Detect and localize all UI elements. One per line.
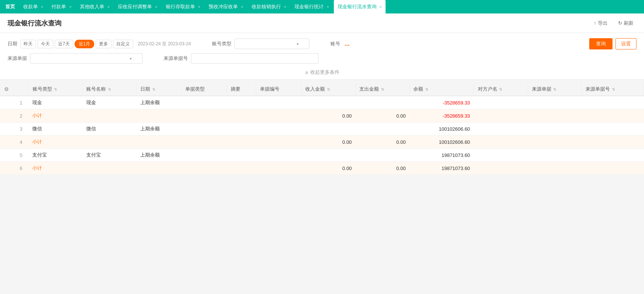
cell-doc-no bbox=[256, 122, 302, 136]
cell-date: 上期余额 bbox=[137, 122, 182, 136]
table-body: 1现金现金上期余额-3528659.332小计0.000.00-3528659.… bbox=[0, 96, 644, 175]
th-income-label: 收入金额 bbox=[305, 86, 325, 92]
date-btn-custom[interactable]: 自定义 bbox=[113, 40, 133, 48]
cell-balance: 100102606.60 bbox=[410, 136, 474, 149]
table-row: 1现金现金上期余额-3528659.33 bbox=[0, 96, 644, 109]
refresh-icon: ↻ bbox=[618, 20, 622, 26]
table-row: 4小计0.000.00100102606.60 bbox=[0, 136, 644, 149]
th-account-type[interactable]: 账号类型 ⇅ bbox=[29, 83, 83, 96]
nav-item-payments[interactable]: 付款单 × bbox=[48, 0, 75, 13]
nav-cash-bank-stats-close[interactable]: × bbox=[327, 4, 329, 9]
cell-summary bbox=[227, 136, 256, 149]
cell-source-doc bbox=[528, 122, 582, 136]
date-btn-1month[interactable]: 近1月 bbox=[75, 40, 95, 48]
date-btn-more[interactable]: 更多 bbox=[96, 40, 111, 48]
nav-cash-bank-flow-close[interactable]: × bbox=[380, 4, 382, 9]
nav-collection-exec-close[interactable]: × bbox=[284, 4, 286, 9]
th-account-name[interactable]: 账号名称 ⇅ bbox=[83, 83, 137, 96]
source-doc-no-input[interactable] bbox=[191, 53, 318, 64]
nav-cash-bank-stats-label: 现金银行统计 bbox=[294, 3, 324, 10]
source-doc-filter-group: 来源单据 ▾ bbox=[8, 53, 143, 64]
cell-date bbox=[137, 136, 182, 149]
cell-income bbox=[302, 149, 356, 162]
export-button[interactable]: ↑ 导出 bbox=[591, 18, 611, 28]
cell-doc-no bbox=[256, 109, 302, 122]
nav-item-bank-deposit[interactable]: 银行存取款单 × bbox=[162, 0, 204, 13]
nav-other-income-close[interactable]: × bbox=[107, 4, 110, 9]
cell-summary bbox=[227, 96, 256, 109]
nav-advance-offset-close[interactable]: × bbox=[241, 4, 243, 9]
cell-account-name bbox=[83, 162, 137, 175]
cell-doc-no bbox=[256, 162, 302, 175]
th-summary[interactable]: 摘要 bbox=[227, 83, 256, 96]
cell-source-doc bbox=[528, 136, 582, 149]
th-date[interactable]: 日期 ⇅ bbox=[137, 83, 182, 96]
cell-summary bbox=[227, 122, 256, 136]
nav-item-ar-ap-adjust[interactable]: 应收应付调整单 × bbox=[114, 0, 161, 13]
source-doc-select[interactable]: ▾ bbox=[30, 53, 143, 64]
nav-ar-ap-adjust-label: 应收应付调整单 bbox=[118, 3, 152, 10]
account-type-select[interactable]: ▾ bbox=[234, 39, 309, 49]
cell-doc-type bbox=[181, 96, 227, 109]
th-settings[interactable]: ⚙ bbox=[0, 83, 14, 96]
th-account-name-sort: ⇅ bbox=[108, 87, 111, 91]
th-num bbox=[14, 83, 29, 96]
date-btn-7days[interactable]: 近7天 bbox=[55, 40, 73, 48]
nav-cash-bank-flow-label: 现金银行流水查询 bbox=[338, 3, 377, 10]
top-navigation: 首页 收款单 × 付款单 × 其他收入单 × 应收应付调整单 × 银行存取款单 … bbox=[0, 0, 644, 13]
th-doc-type[interactable]: 单据类型 bbox=[181, 83, 227, 96]
cell-date: 上期余额 bbox=[137, 96, 182, 109]
nav-item-cash-bank-stats[interactable]: 现金银行统计 × bbox=[291, 0, 333, 13]
flow-table: ⚙ 账号类型 ⇅ 账号名称 ⇅ 日期 ⇅ 单据类型 bbox=[0, 83, 644, 175]
th-counterparty[interactable]: 对方户名 ⇅ bbox=[474, 83, 528, 96]
cell-expense bbox=[356, 149, 410, 162]
nav-ar-ap-adjust-close[interactable]: × bbox=[155, 4, 157, 9]
cell-account-name bbox=[83, 136, 137, 149]
date-btn-yesterday[interactable]: 昨天 bbox=[20, 40, 36, 48]
account-dots[interactable]: ... bbox=[343, 40, 351, 47]
cell-doc-no bbox=[256, 149, 302, 162]
nav-payments-close[interactable]: × bbox=[69, 4, 71, 9]
row-num: 5 bbox=[14, 149, 29, 162]
settings-button[interactable]: 设置 bbox=[615, 38, 636, 49]
th-expense[interactable]: 支出金额 ⇅ bbox=[356, 83, 410, 96]
collapse-bar[interactable]: ∧ 收起更多条件 bbox=[8, 67, 636, 76]
cell-account-type: 支付宝 bbox=[29, 149, 83, 162]
th-source-doc-no-sort: ⇅ bbox=[612, 87, 615, 91]
th-date-label: 日期 bbox=[140, 86, 150, 92]
th-income-sort: ⇅ bbox=[327, 87, 330, 91]
nav-item-home[interactable]: 首页 bbox=[2, 0, 19, 13]
nav-bank-deposit-close[interactable]: × bbox=[198, 4, 200, 9]
query-button[interactable]: 查询 bbox=[589, 38, 612, 49]
th-income[interactable]: 收入金额 ⇅ bbox=[302, 83, 356, 96]
th-source-doc[interactable]: 来源单据 ⇅ bbox=[528, 83, 582, 96]
source-doc-chevron: ▾ bbox=[130, 57, 132, 61]
th-doc-no[interactable]: 单据编号 bbox=[256, 83, 302, 96]
nav-advance-offset-label: 预收冲应收单 bbox=[209, 3, 238, 10]
action-buttons: 查询 设置 bbox=[589, 38, 636, 49]
th-balance-label: 余额 bbox=[413, 86, 423, 92]
th-source-doc-sort: ⇅ bbox=[553, 87, 556, 91]
date-btn-today[interactable]: 今天 bbox=[38, 40, 53, 48]
cell-source-doc-no bbox=[582, 162, 644, 175]
cell-source-doc bbox=[528, 149, 582, 162]
refresh-button[interactable]: ↻ 刷新 bbox=[615, 18, 636, 28]
nav-item-receipts[interactable]: 收款单 × bbox=[20, 0, 47, 13]
date-buttons: 昨天 今天 近7天 近1月 更多 自定义 bbox=[20, 40, 133, 48]
nav-item-cash-bank-flow[interactable]: 现金银行流水查询 × bbox=[334, 0, 386, 13]
nav-item-other-income[interactable]: 其他收入单 × bbox=[76, 0, 113, 13]
cell-account-type: 小计 bbox=[29, 136, 83, 149]
nav-item-collection-exec[interactable]: 收款核销执行 × bbox=[248, 0, 290, 13]
th-doc-type-label: 单据类型 bbox=[185, 86, 205, 92]
cell-account-name bbox=[83, 109, 137, 122]
gear-icon[interactable]: ⚙ bbox=[4, 86, 9, 92]
th-balance[interactable]: 余额 ⇅ bbox=[410, 83, 474, 96]
collapse-label: 收起更多条件 bbox=[310, 69, 339, 76]
row-num: 4 bbox=[14, 136, 29, 149]
cell-source-doc bbox=[528, 96, 582, 109]
nav-item-advance-offset[interactable]: 预收冲应收单 × bbox=[205, 0, 247, 13]
nav-receipts-close[interactable]: × bbox=[41, 4, 43, 9]
th-source-doc-no[interactable]: 来源单据号 ⇅ bbox=[582, 83, 644, 96]
header-actions: ↑ 导出 ↻ 刷新 bbox=[591, 18, 637, 28]
cell-balance: 19871073.60 bbox=[410, 149, 474, 162]
